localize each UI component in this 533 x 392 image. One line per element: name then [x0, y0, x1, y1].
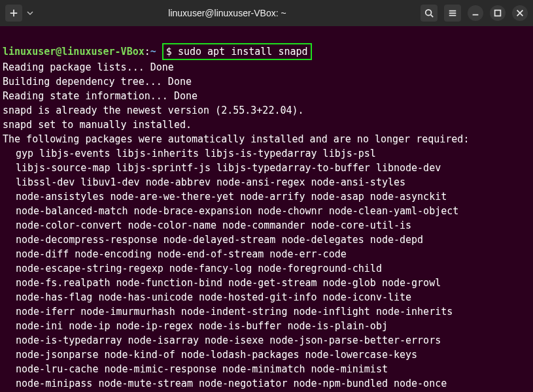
minimize-button[interactable]: [468, 5, 483, 21]
titlebar-left: [5, 5, 34, 22]
hamburger-menu-button[interactable]: [444, 5, 461, 22]
package-line: node-lru-cache node-mimic-response node-…: [16, 362, 530, 376]
search-button[interactable]: [421, 5, 438, 22]
terminal-output[interactable]: linuxuser@linuxuser-VBox:~ $ sudo apt in…: [0, 26, 533, 392]
output-line: The following packages were automaticall…: [3, 132, 530, 146]
new-tab-button[interactable]: [5, 5, 22, 22]
package-line: node-has-flag node-has-unicode node-host…: [16, 290, 530, 304]
package-line: node-minipass node-mute-stream node-nego…: [16, 376, 530, 391]
prompt-line: linuxuser@linuxuser-VBox:~ $ sudo apt in…: [3, 46, 312, 57]
package-line: node-ini node-ip node-ip-regex node-is-b…: [16, 319, 530, 333]
package-line: gyp libjs-events libjs-inherits libjs-is…: [16, 146, 530, 161]
maximize-button[interactable]: [490, 5, 506, 21]
titlebar-right: [421, 5, 528, 22]
output-line: snapd is already the newest version (2.5…: [3, 103, 530, 118]
svg-rect-1: [495, 10, 501, 16]
output-lines: Reading package lists... DoneBuilding de…: [3, 60, 530, 146]
output-line: Reading package lists... Done: [3, 60, 530, 74]
close-button[interactable]: [512, 5, 528, 21]
window-title: linuxuser@linuxuser-VBox: ~: [38, 8, 417, 18]
package-line: node-balanced-match node-brace-expansion…: [16, 204, 530, 218]
package-line: node-iferr node-imurmurhash node-indent-…: [16, 304, 530, 319]
package-line: node-fs.realpath node-function-bind node…: [16, 276, 530, 290]
prompt-path: ~: [150, 46, 156, 57]
package-line: node-color-convert node-color-name node-…: [16, 218, 530, 233]
package-line: node-ansistyles node-are-we-there-yet no…: [16, 189, 530, 204]
titlebar: linuxuser@linuxuser-VBox: ~: [0, 0, 533, 26]
package-line: node-escape-string-regexp node-fancy-log…: [16, 261, 530, 276]
prompt-colon: :: [145, 46, 150, 57]
package-line: libssl-dev libuv1-dev node-abbrev node-a…: [16, 175, 530, 189]
new-tab-dropdown[interactable]: [26, 5, 34, 22]
package-line: node-jsonparse node-kind-of node-lodash-…: [16, 348, 530, 362]
package-line: node-decompress-response node-delayed-st…: [16, 233, 530, 247]
package-line: node-diff node-encoding node-end-of-stre…: [16, 247, 530, 261]
prompt-user-host: linuxuser@linuxuser-VBox: [3, 46, 145, 57]
command-text: sudo apt install snapd: [178, 46, 308, 57]
package-line: libjs-source-map libjs-sprintf-js libjs-…: [16, 161, 530, 175]
package-line: node-is-typedarray node-isarray node-ise…: [16, 333, 530, 348]
output-line: Building dependency tree... Done: [3, 74, 530, 89]
packages-block: gyp libjs-events libjs-inherits libjs-is…: [3, 146, 530, 392]
prompt-symbol: $: [166, 46, 172, 57]
output-line: Reading state information... Done: [3, 89, 530, 103]
svg-point-0: [426, 10, 432, 16]
output-line: snapd set to manually installed.: [3, 118, 530, 132]
command-highlight-box: $ sudo apt install snapd: [162, 43, 312, 60]
